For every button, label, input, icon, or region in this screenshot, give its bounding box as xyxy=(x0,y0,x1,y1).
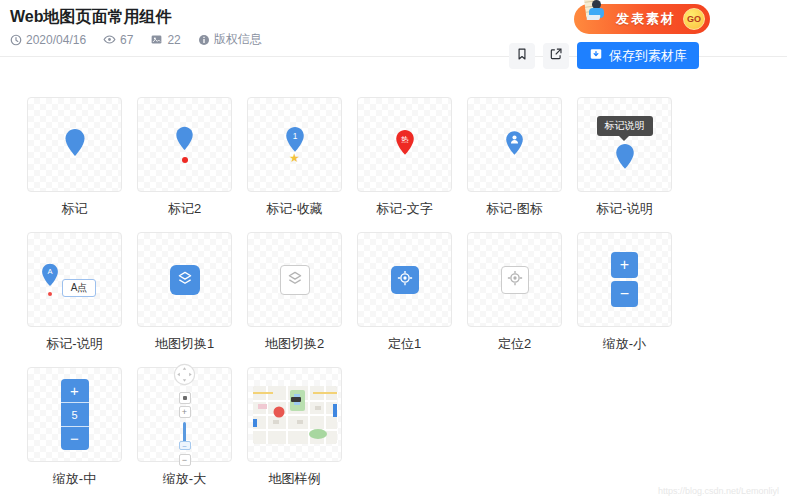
info-icon xyxy=(198,34,210,46)
zoom-out-button: − xyxy=(61,427,89,450)
card-label: 缩放-小 xyxy=(577,335,672,351)
card-layer-switch-2[interactable] xyxy=(247,232,342,327)
publish-banner-label: 发表素材 xyxy=(616,10,676,28)
card-label: 标记 xyxy=(27,200,122,216)
zoom-in-button: + xyxy=(611,252,638,278)
card-label: 标记-收藏 xyxy=(247,200,342,216)
grid-cell: A A点 标记-说明 xyxy=(27,232,122,351)
red-dot-icon xyxy=(182,157,188,163)
card-label: 地图样例 xyxy=(247,470,342,486)
marker-pin-icon xyxy=(175,126,194,155)
watermark-url: https://blog.csdn.net/Lemonliyl xyxy=(658,486,779,496)
save-button-label: 保存到素材库 xyxy=(609,47,687,65)
grid-cell: 标记2 xyxy=(137,97,232,216)
slider-handle: – xyxy=(179,441,191,450)
card-label: 标记2 xyxy=(137,200,232,216)
go-button[interactable]: GO xyxy=(683,8,705,30)
card-marker-label[interactable]: A A点 xyxy=(27,232,122,327)
zoom-in-button: + xyxy=(61,379,89,403)
component-grid: 标记 标记2 1 ★ 标记-收藏 热 xyxy=(27,97,672,486)
meta-row: 2020/04/16 67 22 版权信息 xyxy=(10,31,262,48)
svg-text:A: A xyxy=(47,267,52,276)
svg-text:1: 1 xyxy=(292,131,297,141)
card-marker-favorite[interactable]: 1 ★ xyxy=(247,97,342,192)
page-title: Web地图页面常用组件 xyxy=(10,7,171,28)
locate-button-white xyxy=(501,266,529,294)
card-label: 定位1 xyxy=(357,335,452,351)
meta-images-text: 22 xyxy=(167,33,180,47)
card-locate-1[interactable] xyxy=(357,232,452,327)
card-marker-tooltip[interactable]: 标记说明 xyxy=(577,97,672,192)
card-label: 标记-文字 xyxy=(357,200,452,216)
tooltip-bubble: 标记说明 xyxy=(597,116,653,136)
meta-views-text: 67 xyxy=(120,33,133,47)
grid-cell: 地图样例 xyxy=(247,367,342,486)
meta-date-text: 2020/04/16 xyxy=(26,33,86,47)
save-to-library-button[interactable]: 保存到素材库 xyxy=(577,42,699,69)
grid-cell: + − 缩放-小 xyxy=(577,232,672,351)
grid-cell: 地图切换1 xyxy=(137,232,232,351)
bookmark-icon xyxy=(515,47,529,65)
page-root: { "page": { "title": "Web地图页面常用组件", "met… xyxy=(0,0,787,500)
marker-pin-icon xyxy=(615,143,635,174)
reset-button xyxy=(179,392,191,404)
zoom-out-button: − xyxy=(179,454,191,466)
marker-pin-text-icon: 热 xyxy=(395,129,415,160)
image-icon xyxy=(150,33,163,46)
pan-compass-icon xyxy=(173,363,196,390)
card-label: 标记-说明 xyxy=(27,335,122,351)
card-label: 地图切换1 xyxy=(137,335,232,351)
marker-pin-letter-icon: A xyxy=(41,263,59,291)
share-button[interactable] xyxy=(543,43,569,69)
card-locate-2[interactable] xyxy=(467,232,562,327)
grid-cell: 地图切换2 xyxy=(247,232,342,351)
grid-cell: 标记说明 标记-说明 xyxy=(577,97,672,216)
zoom-out-button: − xyxy=(611,281,638,307)
grid-cell: 标记-图标 xyxy=(467,97,562,216)
card-zoom-large[interactable]: + – − xyxy=(137,367,232,462)
eye-icon xyxy=(103,33,116,46)
clock-icon xyxy=(10,34,22,46)
layers-icon xyxy=(286,269,304,291)
card-marker-text[interactable]: 热 xyxy=(357,97,452,192)
writer-illustration xyxy=(578,0,614,35)
locate-icon xyxy=(506,269,524,291)
meta-copyright: 版权信息 xyxy=(198,31,262,48)
grid-cell: 热 标记-文字 xyxy=(357,97,452,216)
layers-button-blue xyxy=(170,265,200,295)
grid-cell: 定位1 xyxy=(357,232,452,351)
card-zoom-medium[interactable]: + 5 − xyxy=(27,367,122,462)
meta-date: 2020/04/16 xyxy=(10,33,86,47)
meta-copyright-text: 版权信息 xyxy=(214,31,262,48)
save-icon xyxy=(589,47,603,64)
action-toolbar: 保存到素材库 xyxy=(509,42,699,69)
meta-images: 22 xyxy=(150,33,180,47)
card-label: 定位2 xyxy=(467,335,562,351)
share-icon xyxy=(549,47,563,65)
zoom-slider: – xyxy=(179,422,191,450)
grid-cell: + 5 − 缩放-中 xyxy=(27,367,122,486)
grid-cell: 1 ★ 标记-收藏 xyxy=(247,97,342,216)
publish-banner[interactable]: 发表素材 GO xyxy=(574,4,710,34)
zoom-level-value: 5 xyxy=(61,403,89,427)
card-marker-icon[interactable] xyxy=(467,97,562,192)
locate-button-blue xyxy=(391,266,419,294)
grid-cell: 标记 xyxy=(27,97,122,216)
locate-icon xyxy=(396,269,414,291)
card-layer-switch-1[interactable] xyxy=(137,232,232,327)
point-label-tag: A点 xyxy=(62,279,97,297)
card-marker[interactable] xyxy=(27,97,122,192)
card-marker2[interactable] xyxy=(137,97,232,192)
star-icon: ★ xyxy=(289,153,300,163)
bookmark-button[interactable] xyxy=(509,43,535,69)
card-label: 缩放-中 xyxy=(27,470,122,486)
card-zoom-small[interactable]: + − xyxy=(577,232,672,327)
layers-icon xyxy=(176,269,194,291)
zoom-in-button: + xyxy=(179,406,191,418)
card-label: 缩放-大 xyxy=(137,470,232,486)
grid-cell: + – − 缩放-大 xyxy=(137,367,232,486)
grid-cell: 定位2 xyxy=(467,232,562,351)
card-map-sample[interactable] xyxy=(247,367,342,462)
marker-pin-icon xyxy=(64,128,86,161)
map-preview-image xyxy=(253,386,337,444)
